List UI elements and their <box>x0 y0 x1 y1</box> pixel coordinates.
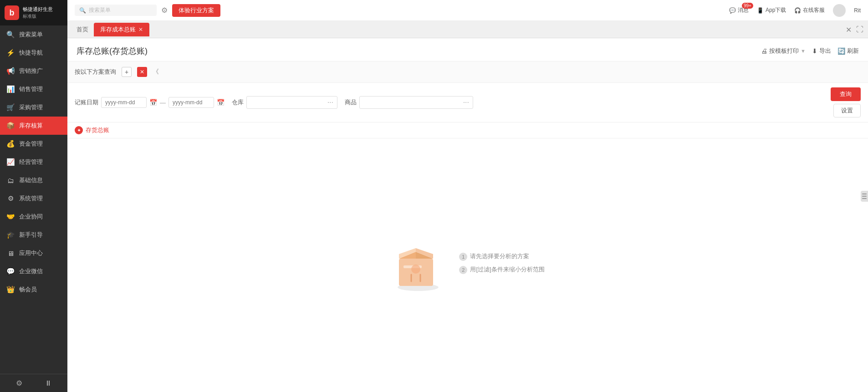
sidebar-item-5[interactable]: 📦库存核算 <box>0 117 67 135</box>
main-area: 🔍 搜索菜单 ⚙ 体验行业方案 💬 消息 99+ 📱 App下载 🎧 在线客服 … <box>67 0 868 392</box>
tab-panel-close-icon[interactable]: ✕ <box>846 25 852 34</box>
sidebar-icon-10: 🤝 <box>6 213 15 221</box>
sidebar-item-4[interactable]: 🛒采购管理 <box>0 98 67 117</box>
sidebar-item-6[interactable]: 💰资金管理 <box>0 135 67 153</box>
print-dropdown-icon[interactable]: ▼ <box>801 48 806 54</box>
sidebar-icon-3: 📊 <box>6 85 15 93</box>
tab-close-icon[interactable]: ✕ <box>138 26 143 33</box>
sidebar-icon-14: 👑 <box>6 285 15 294</box>
svg-point-3 <box>411 265 420 274</box>
logo-icon: b <box>5 5 19 20</box>
sidebar-label-10: 企业协同 <box>19 213 43 221</box>
hint-2-num: 2 <box>459 266 467 274</box>
sidebar-item-10[interactable]: 🤝企业协同 <box>0 208 67 226</box>
sidebar-item-8[interactable]: 🗂基础信息 <box>0 171 67 189</box>
online-service-action[interactable]: 🎧 在线客服 <box>794 6 825 14</box>
user-avatar[interactable] <box>833 4 846 17</box>
hint-1-text: 请先选择要分析的方案 <box>470 252 529 260</box>
scheme-item[interactable]: ✦ 存货总账 <box>75 126 109 134</box>
tab-inventory-cost[interactable]: 库存成本总账 ✕ <box>94 23 149 36</box>
gear-icon[interactable]: ⚙ <box>161 6 168 15</box>
page-header-actions: 🖨 按模板打印 ▼ ⬇ 导出 🔄 刷新 <box>761 47 859 55</box>
date-label: 记账日期 <box>75 98 98 107</box>
sidebar-item-13[interactable]: 💬企业微信 <box>0 262 67 280</box>
app-download-action[interactable]: 📱 App下载 <box>757 6 786 14</box>
filter-clear-button[interactable]: ✕ <box>137 67 147 77</box>
filter-collapse-button[interactable]: 《 <box>153 68 159 76</box>
sidebar-icon-11: 🎓 <box>6 231 15 239</box>
online-service-label: 在线客服 <box>803 6 825 14</box>
username-label: Rit <box>854 7 861 14</box>
sidebar: b 畅捷通好生意 标准版 🔍搜索菜单⚡快捷导航📢营销推广📊销售管理🛒采购管理📦库… <box>0 0 67 392</box>
tabbar: 首页 库存成本总账 ✕ ✕ ⛶ <box>67 21 868 38</box>
sidebar-item-12[interactable]: 🖥应用中心 <box>0 244 67 262</box>
sidebar-item-14[interactable]: 👑畅会员 <box>0 280 67 299</box>
sidebar-item-9[interactable]: ⚙系统管理 <box>0 189 67 208</box>
app-download-label: App下载 <box>766 6 786 14</box>
sidebar-icon-0: 🔍 <box>6 31 15 39</box>
refresh-icon: 🔄 <box>837 47 845 55</box>
warehouse-input[interactable]: ··· <box>246 96 337 109</box>
hint-2: 2 用[过滤]条件来缩小分析范围 <box>459 265 544 274</box>
sidebar-item-1[interactable]: ⚡快捷导航 <box>0 44 67 62</box>
page-header: 库存总账(存货总账) 🖨 按模板打印 ▼ ⬇ 导出 🔄 刷新 <box>67 38 868 61</box>
logo-text: 畅捷通好生意 标准版 <box>23 6 53 19</box>
filter-row: 记账日期 📅 — 📅 仓库 ··· 商品 ··· <box>67 83 868 122</box>
right-panel-toggle[interactable] <box>861 191 868 202</box>
sidebar-item-11[interactable]: 🎓新手引导 <box>0 226 67 244</box>
sidebar-icon-5: 📦 <box>6 122 15 130</box>
print-button[interactable]: 🖨 按模板打印 ▼ <box>761 47 806 55</box>
refresh-button[interactable]: 🔄 刷新 <box>837 47 859 55</box>
headset-icon: 🎧 <box>794 7 801 14</box>
settings-footer-icon[interactable]: ⚙ <box>16 379 22 387</box>
sidebar-label-9: 系统管理 <box>19 194 43 203</box>
sidebar-label-14: 畅会员 <box>19 285 37 294</box>
goods-more-icon[interactable]: ··· <box>463 98 469 107</box>
sidebar-item-7[interactable]: 📈经营管理 <box>0 153 67 171</box>
calendar-from-icon[interactable]: 📅 <box>149 99 157 106</box>
message-action[interactable]: 💬 消息 99+ <box>729 6 749 14</box>
sidebar-icon-2: 📢 <box>6 67 15 75</box>
print-icon: 🖨 <box>761 47 767 55</box>
tab-home[interactable]: 首页 <box>71 23 94 36</box>
collapse-footer-icon[interactable]: ⏸ <box>45 379 52 387</box>
sidebar-label-13: 企业微信 <box>19 267 43 275</box>
sidebar-item-0[interactable]: 🔍搜索菜单 <box>0 25 67 44</box>
sidebar-item-3[interactable]: 📊销售管理 <box>0 80 67 98</box>
sidebar-label-11: 新手引导 <box>19 231 43 239</box>
topbar-actions: 💬 消息 99+ 📱 App下载 🎧 在线客服 Rit <box>729 4 861 17</box>
sidebar-label-2: 营销推广 <box>19 67 43 75</box>
page-title: 库存总账(存货总账) <box>77 46 148 56</box>
query-button[interactable]: 查询 <box>831 87 861 101</box>
export-button[interactable]: ⬇ 导出 <box>812 47 831 55</box>
warehouse-more-icon[interactable]: ··· <box>327 98 333 107</box>
export-icon: ⬇ <box>812 47 817 55</box>
sidebar-icon-7: 📈 <box>6 158 15 166</box>
date-to-input[interactable] <box>168 97 214 108</box>
phone-icon: 📱 <box>757 7 764 14</box>
sidebar-item-2[interactable]: 📢营销推广 <box>0 62 67 80</box>
sidebar-icon-1: ⚡ <box>6 49 15 57</box>
industry-button[interactable]: 体验行业方案 <box>172 4 220 17</box>
sidebar-label-8: 基础信息 <box>19 176 43 184</box>
message-icon: 💬 <box>729 7 736 14</box>
filter-add-button[interactable]: + <box>122 67 132 77</box>
calendar-to-icon[interactable]: 📅 <box>217 99 225 106</box>
search-bar[interactable]: 🔍 搜索菜单 <box>75 5 157 16</box>
sidebar-label-6: 资金管理 <box>19 140 43 148</box>
filter-label: 按以下方案查询 <box>75 68 116 76</box>
goods-input[interactable]: ··· <box>359 96 473 109</box>
settings-button[interactable]: 设置 <box>833 104 861 117</box>
sidebar-label-12: 应用中心 <box>19 249 43 257</box>
date-from-input[interactable] <box>101 97 147 108</box>
sidebar-label-0: 搜索菜单 <box>19 31 43 39</box>
content-area: 库存总账(存货总账) 🖨 按模板打印 ▼ ⬇ 导出 🔄 刷新 按以下方案查询 <box>67 38 868 392</box>
tab-panel-expand-icon[interactable]: ⛶ <box>856 25 863 34</box>
search-icon: 🔍 <box>79 7 86 14</box>
hint-1-num: 1 <box>459 253 467 261</box>
sidebar-label-4: 采购管理 <box>19 103 43 112</box>
empty-illustration <box>391 238 445 293</box>
scheme-selector: ✦ 存货总账 <box>67 122 868 138</box>
sidebar-logo: b 畅捷通好生意 标准版 <box>0 0 67 25</box>
sidebar-footer: ⚙ ⏸ <box>0 374 67 392</box>
